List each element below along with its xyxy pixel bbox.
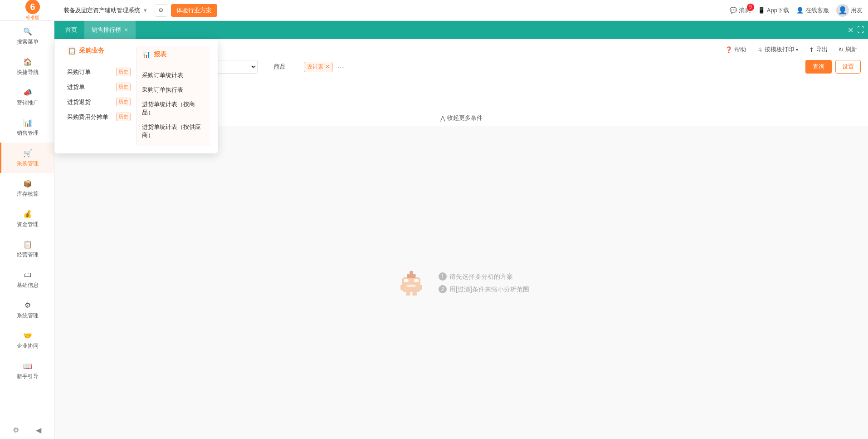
tab-expand-icon[interactable]: ⛶ [857, 26, 864, 34]
tab-close-all-icon[interactable]: ✕ [848, 26, 853, 35]
logo-icon: 6 [25, 0, 40, 14]
app-icon: 📱 [758, 7, 765, 14]
purchase-return-label: 进货退货 [67, 98, 91, 106]
dropdown-menu: 📋 采购业务 采购订单 历史 进货单 历史 进货退货 历史 采购费用分摊单 历史… [54, 39, 218, 153]
incoming-history-badge: 历史 [116, 83, 131, 91]
sidebar-item-enterprise[interactable]: 🤝 企业协同 [0, 325, 54, 355]
goods-tag-text: 设计素 [307, 63, 323, 71]
sidebar-item-guide[interactable]: 📖 新手引导 [0, 355, 54, 386]
dropdown-item-incoming-by-goods[interactable]: 进货单统计表（按商品） [142, 97, 205, 120]
sidebar-item-sales[interactable]: 📊 销售管理 [0, 112, 54, 143]
purchase-order-label: 采购订单 [67, 68, 91, 76]
order-exec-label: 采购订单执行表 [142, 86, 183, 94]
logo-text: 标准版 [26, 15, 39, 21]
footer-collapse-icon[interactable]: ◀ [36, 426, 41, 434]
sidebar: 🔍 搜索菜单 🏠 快捷导航 📣 营销推广 📊 销售管理 🛒 采购管理 📦 库存核… [0, 21, 54, 439]
user-area[interactable]: 👤 用友 [836, 4, 863, 17]
user-avatar: 👤 [836, 4, 849, 17]
tab-sales-rank[interactable]: 销售排行榜 ✕ [84, 21, 136, 39]
print-dropdown-icon: ▾ [796, 47, 798, 52]
sidebar-item-purchase[interactable]: 🛒 采购管理 [0, 143, 54, 173]
system-title: 装备及固定资产辅助管理系统 [63, 6, 140, 15]
header-settings-button[interactable]: ⚙ [155, 4, 167, 17]
help-icon: ❓ [725, 46, 732, 53]
svg-rect-6 [406, 292, 410, 296]
dropdown-item-purchase-expense[interactable]: 采购费用分摊单 历史 [67, 109, 131, 124]
message-icon: 💬 [730, 7, 737, 14]
dropdown-item-purchase-return[interactable]: 进货退货 历史 [67, 94, 131, 109]
sidebar-label-inventory: 库存核算 [17, 190, 39, 198]
help-btn[interactable]: ❓ 帮助 [722, 44, 750, 55]
footer-settings-icon[interactable]: ⚙ [13, 426, 19, 434]
operations-icon: 📋 [23, 239, 33, 249]
goods-tag-close-icon[interactable]: ✕ [325, 64, 330, 70]
setting-btn[interactable]: 设置 [835, 60, 861, 74]
dropdown-item-order-stats[interactable]: 采购订单统计表 [142, 68, 205, 83]
print-btn[interactable]: 🖨 按模板打印 ▾ [753, 44, 802, 55]
sidebar-item-operations[interactable]: 📋 经营管理 [0, 234, 54, 264]
svg-rect-5 [420, 285, 422, 290]
marketing-icon: 📣 [23, 87, 33, 97]
purchase-col-label: 采购业务 [79, 47, 104, 55]
dropdown-purchase-col: 📋 采购业务 采购订单 历史 进货单 历史 进货退货 历史 采购费用分摊单 历史 [62, 46, 137, 146]
message-badge: 9 [747, 4, 754, 11]
action-btns: 查询 设置 [805, 60, 861, 74]
query-btn[interactable]: 查询 [805, 60, 832, 74]
dropdown-item-purchase-order[interactable]: 采购订单 历史 [67, 64, 131, 79]
order-stats-label: 采购订单统计表 [142, 71, 183, 79]
export-btn[interactable]: ⬆ 导出 [805, 44, 831, 55]
title-dropdown-icon[interactable]: ▾ [144, 7, 151, 14]
industry-btn[interactable]: 体验行业方案 [171, 4, 217, 17]
report-col-icon: 📊 [142, 50, 151, 59]
sidebar-item-quicknav[interactable]: 🏠 快捷导航 [0, 51, 54, 82]
online-service-btn[interactable]: 👤 在线客服 [796, 6, 829, 15]
tab-sales-rank-label: 销售排行榜 [92, 26, 121, 34]
finance-icon: 💰 [23, 209, 33, 219]
sidebar-label-finance: 资金管理 [17, 221, 39, 228]
svg-rect-7 [413, 292, 417, 296]
dropdown-report-title: 📊 报表 [142, 50, 205, 63]
dropdown-item-order-exec[interactable]: 采购订单执行表 [142, 83, 205, 97]
app-download-btn[interactable]: 📱 App下载 [758, 6, 789, 15]
sidebar-label-purchase: 采购管理 [17, 160, 39, 168]
sidebar-label-system: 系统管理 [17, 312, 39, 320]
goods-area: 商品 设计素 ✕ ··· [274, 62, 346, 72]
header-right: 💬 消息 9 📱 App下载 👤 在线客服 👤 用友 [730, 4, 863, 17]
sidebar-item-search[interactable]: 🔍 搜索菜单 [0, 21, 54, 51]
empty-illustration [393, 265, 429, 301]
collapse-label: 收起更多条件 [447, 114, 483, 122]
sidebar-label-guide: 新手引导 [17, 373, 39, 380]
tab-home[interactable]: 首页 [58, 21, 84, 39]
sidebar-item-marketing[interactable]: 📣 营销推广 [0, 82, 54, 112]
svg-point-9 [410, 271, 413, 274]
sidebar-label-search: 搜索菜单 [17, 38, 39, 46]
expense-history-badge: 历史 [116, 113, 131, 121]
purchase-incoming-label: 进货单 [67, 83, 85, 91]
dropdown-item-purchase-incoming[interactable]: 进货单 历史 [67, 79, 131, 94]
dropdown-item-incoming-by-supplier[interactable]: 进货单统计表（按供应商） [142, 120, 205, 143]
tab-close-icon[interactable]: ✕ [124, 27, 128, 33]
sidebar-label-basic: 基础信息 [17, 281, 39, 289]
svg-rect-2 [414, 279, 419, 282]
sidebar-item-basic[interactable]: 🗃 基础信息 [0, 264, 54, 295]
tab-bar: 首页 销售排行榜 ✕ ✕ ⛶ [54, 21, 868, 39]
dropdown-purchase-title: 📋 采购业务 [67, 46, 131, 59]
collapse-icon: ⋀ [440, 115, 445, 122]
refresh-btn[interactable]: ↻ 刷新 [835, 44, 861, 55]
svg-rect-3 [407, 285, 416, 287]
purchase-icon: 🛒 [23, 148, 33, 158]
goods-tag: 设计素 ✕ [304, 62, 333, 72]
hint2-text: 用[过滤]条件来缩小分析范围 [449, 283, 529, 296]
sidebar-footer: ⚙ ◀ [0, 421, 54, 439]
help-label: 帮助 [734, 45, 746, 54]
empty-state: 1 请先选择要分析的方案 2 用[过滤]条件来缩小分析范围 [54, 126, 868, 439]
sidebar-item-finance[interactable]: 💰 资金管理 [0, 203, 54, 234]
sidebar-label-sales: 销售管理 [17, 129, 39, 137]
goods-dots-btn[interactable]: ··· [336, 62, 346, 72]
sidebar-item-inventory[interactable]: 📦 库存核算 [0, 173, 54, 203]
hint1-text: 请先选择要分析的方案 [449, 270, 513, 283]
export-icon: ⬆ [809, 46, 814, 53]
sidebar-item-system[interactable]: ⚙ 系统管理 [0, 295, 54, 325]
message-btn[interactable]: 💬 消息 9 [730, 6, 751, 15]
export-label: 导出 [816, 45, 828, 54]
